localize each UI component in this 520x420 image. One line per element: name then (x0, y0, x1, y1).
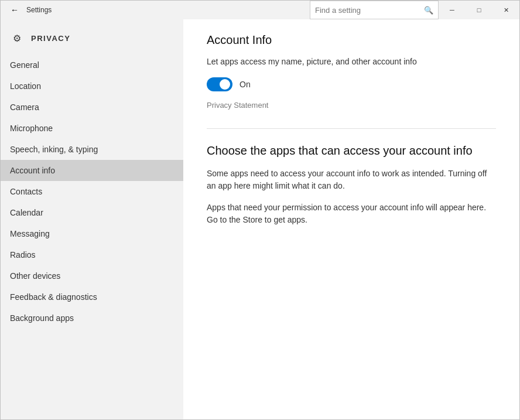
back-button[interactable]: ← (8, 3, 22, 17)
toggle-track (207, 77, 232, 91)
privacy-icon: ⚙ (10, 31, 24, 45)
sidebar-item-background-apps[interactable]: Background apps (1, 308, 183, 329)
account-info-toggle[interactable] (207, 77, 232, 91)
sidebar-item-camera[interactable]: Camera (1, 97, 183, 118)
sidebar-item-location[interactable]: Location (1, 76, 183, 97)
title-bar: ← Settings 🔍 ─ □ ✕ (1, 1, 519, 19)
choose-apps-info1: Some apps need to access your account in… (207, 168, 496, 192)
maximize-button[interactable]: □ (466, 1, 492, 19)
privacy-statement-link[interactable]: Privacy Statement (207, 101, 496, 110)
sidebar: ⚙ PRIVACY General Location Camera Microp… (1, 19, 183, 419)
account-info-title: Account Info (207, 33, 496, 47)
title-bar-right: 🔍 ─ □ ✕ (310, 1, 519, 19)
app-content: ⚙ PRIVACY General Location Camera Microp… (1, 19, 519, 419)
sidebar-nav: General Location Camera Microphone Speec… (1, 54, 183, 419)
toggle-thumb (220, 79, 230, 90)
sidebar-item-speech[interactable]: Speech, inking, & typing (1, 139, 183, 160)
sidebar-item-messaging[interactable]: Messaging (1, 223, 183, 244)
search-box[interactable]: 🔍 (310, 1, 439, 19)
main-content: Account Info Let apps access my name, pi… (183, 19, 519, 419)
sidebar-item-contacts[interactable]: Contacts (1, 181, 183, 202)
sidebar-item-calendar[interactable]: Calendar (1, 202, 183, 223)
back-icon: ← (11, 5, 19, 15)
account-info-section: Account Info Let apps access my name, pi… (207, 33, 496, 110)
window-controls: ─ □ ✕ (439, 1, 519, 19)
close-button[interactable]: ✕ (492, 1, 519, 19)
sidebar-title: PRIVACY (31, 34, 70, 43)
sidebar-item-account-info[interactable]: Account info (1, 160, 183, 181)
choose-apps-title: Choose the apps that can access your acc… (207, 143, 496, 158)
toggle-row: On (207, 77, 496, 91)
search-input[interactable] (315, 6, 424, 15)
sidebar-item-general[interactable]: General (1, 54, 183, 76)
search-icon: 🔍 (424, 6, 433, 15)
sidebar-item-microphone[interactable]: Microphone (1, 118, 183, 139)
account-info-desc: Let apps access my name, picture, and ot… (207, 56, 496, 68)
minimize-button[interactable]: ─ (439, 1, 466, 19)
sidebar-item-feedback[interactable]: Feedback & diagnostics (1, 286, 183, 308)
toggle-state-label: On (240, 80, 251, 89)
settings-window: ← Settings 🔍 ─ □ ✕ ⚙ PRIVACY (0, 0, 520, 420)
choose-apps-info2: Apps that need your permission to access… (207, 202, 496, 226)
sidebar-item-radios[interactable]: Radios (1, 244, 183, 265)
choose-apps-section: Choose the apps that can access your acc… (207, 143, 496, 226)
title-bar-left: ← Settings (1, 3, 52, 17)
section-divider (207, 128, 496, 129)
window-title: Settings (26, 6, 52, 14)
sidebar-header: ⚙ PRIVACY (1, 19, 183, 54)
sidebar-item-other-devices[interactable]: Other devices (1, 265, 183, 286)
